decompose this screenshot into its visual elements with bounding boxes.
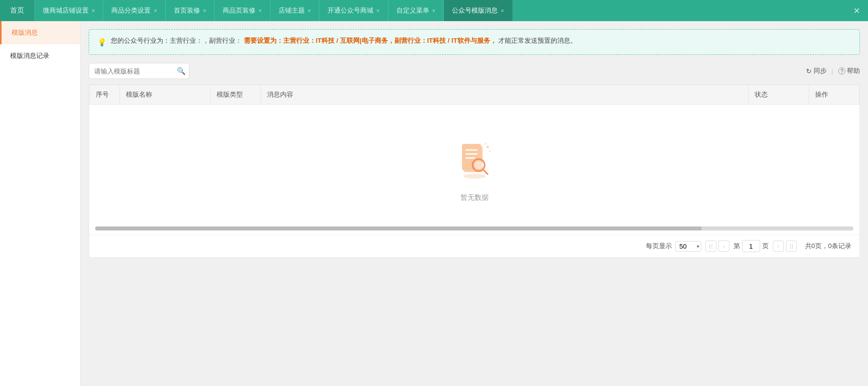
- empty-state: 暂无数据: [89, 105, 859, 222]
- svg-line-8: [483, 170, 488, 174]
- nav-tab-7[interactable]: 自定义菜单 ×: [388, 0, 444, 21]
- page-nav-btns-next: › ⟩⟩: [773, 241, 797, 252]
- notice-highlight: 需要设置为：主营行业：IT科技 / 互联网|电子商务，副营行业：IT科技 / I…: [244, 37, 497, 44]
- nav-tab-close-1[interactable]: ×: [92, 8, 95, 14]
- page-size-wrap: 每页显示 10 20 50 100 ▾: [646, 241, 701, 252]
- total-text: 共0页，0条记录: [805, 242, 851, 251]
- nav-tab-close-2[interactable]: ×: [154, 8, 157, 14]
- nav-tab-0[interactable]: 首页: [0, 0, 35, 21]
- main-content: 💡 您的公众号行业为：主营行业：，副营行业： 需要设置为：主营行业：IT科技 /…: [81, 21, 868, 386]
- col-header-消息内容: 消息内容: [261, 85, 749, 105]
- notice-icon: 💡: [97, 36, 107, 48]
- search-input-wrap: 🔍: [89, 63, 189, 79]
- nav-tab-3[interactable]: 首页装修 ×: [166, 0, 215, 21]
- nav-tab-close-8[interactable]: ×: [501, 8, 504, 14]
- empty-illustration: [449, 135, 500, 185]
- svg-point-11: [485, 143, 487, 145]
- scrollbar-track[interactable]: [95, 226, 853, 230]
- last-page-button[interactable]: ⟩⟩: [786, 241, 797, 252]
- per-page-label: 每页显示: [646, 242, 672, 251]
- col-header-模版名称: 模版名称: [120, 85, 211, 105]
- page-size-container: 10 20 50 100 ▾: [675, 241, 701, 252]
- prev-page-button[interactable]: ‹: [718, 241, 729, 252]
- col-header-序号: 序号: [90, 85, 120, 105]
- pagination: 每页显示 10 20 50 100 ▾ ⟨⟨ ‹: [89, 235, 859, 257]
- sync-label: 同步: [814, 66, 827, 75]
- nav-tab-label-4: 商品页装修: [223, 6, 255, 15]
- nav-tab-label-6: 开通公众号商城: [327, 6, 373, 15]
- col-header-操作: 操作: [809, 85, 859, 105]
- col-header-模版类型: 模版类型: [211, 85, 261, 105]
- scrollbar-area[interactable]: [89, 222, 859, 235]
- page-label: 第: [733, 242, 740, 251]
- search-bar: 🔍 ↻ 同步 | ? 帮助: [89, 63, 860, 79]
- svg-point-7: [475, 161, 483, 169]
- scrollbar-thumb[interactable]: [95, 226, 702, 230]
- help-button[interactable]: ? 帮助: [838, 66, 860, 75]
- nav-tab-1[interactable]: 微商城店铺设置 ×: [35, 0, 103, 21]
- data-table: 序号模版名称模版类型消息内容状态操作: [89, 85, 859, 105]
- empty-text: 暂无数据: [460, 193, 489, 202]
- page-current-wrap: 第 页: [733, 240, 769, 252]
- close-all-button[interactable]: ✕: [845, 6, 868, 16]
- help-icon: ?: [838, 67, 845, 74]
- nav-tab-close-4[interactable]: ×: [258, 8, 261, 14]
- col-header-状态: 状态: [749, 85, 809, 105]
- nav-tab-close-5[interactable]: ×: [308, 8, 311, 14]
- first-page-button[interactable]: ⟨⟨: [705, 241, 716, 252]
- sidebar-item-1[interactable]: 模版消息记录: [0, 44, 80, 67]
- search-left: 🔍: [89, 63, 189, 79]
- search-right: ↻ 同步 | ? 帮助: [806, 66, 860, 75]
- svg-point-0: [463, 174, 486, 179]
- next-page-button[interactable]: ›: [773, 241, 784, 252]
- nav-tab-close-7[interactable]: ×: [432, 8, 435, 14]
- svg-point-10: [489, 150, 490, 152]
- nav-tab-6[interactable]: 开通公众号商城 ×: [319, 0, 388, 21]
- nav-tab-label-8: 公众号模版消息: [452, 6, 498, 15]
- top-nav: 首页微商城店铺设置 ×商品分类设置 ×首页装修 ×商品页装修 ×店铺主题 ×开通…: [0, 0, 868, 21]
- nav-tab-label-0: 首页: [10, 6, 24, 15]
- table-container: 序号模版名称模版类型消息内容状态操作: [89, 84, 860, 258]
- nav-tab-label-2: 商品分类设置: [111, 6, 151, 15]
- page-input[interactable]: [742, 240, 760, 252]
- svg-point-9: [486, 146, 489, 148]
- help-label: 帮助: [847, 66, 860, 75]
- page-nav-btns: ⟨⟨ ‹: [705, 241, 729, 252]
- search-icon[interactable]: 🔍: [177, 67, 185, 75]
- notice-text: 您的公众号行业为：主营行业：，副营行业： 需要设置为：主营行业：IT科技 / 互…: [111, 36, 577, 46]
- notice-box: 💡 您的公众号行业为：主营行业：，副营行业： 需要设置为：主营行业：IT科技 /…: [89, 29, 860, 55]
- nav-tab-label-1: 微商城店铺设置: [43, 6, 89, 15]
- nav-tab-5[interactable]: 店铺主题 ×: [271, 0, 319, 21]
- sync-button[interactable]: ↻ 同步: [806, 66, 827, 75]
- nav-tab-label-5: 店铺主题: [279, 6, 305, 15]
- page-size-select[interactable]: 10 20 50 100: [675, 241, 701, 252]
- sidebar: 模版消息模版消息记录: [0, 21, 81, 386]
- page-unit: 页: [762, 242, 769, 251]
- nav-tab-close-3[interactable]: ×: [203, 8, 206, 14]
- nav-tab-close-6[interactable]: ×: [376, 8, 379, 14]
- sync-icon: ↻: [806, 67, 812, 75]
- nav-tab-8[interactable]: 公众号模版消息 ×: [444, 0, 512, 21]
- divider: |: [832, 67, 833, 75]
- nav-tab-2[interactable]: 商品分类设置 ×: [103, 0, 165, 21]
- nav-tab-label-3: 首页装修: [174, 6, 200, 15]
- sidebar-item-0[interactable]: 模版消息: [0, 21, 80, 44]
- main-layout: 模版消息模版消息记录 💡 您的公众号行业为：主营行业：，副营行业： 需要设置为：…: [0, 21, 868, 386]
- nav-tab-label-7: 自定义菜单: [396, 6, 429, 15]
- nav-tab-4[interactable]: 商品页装修 ×: [215, 0, 270, 21]
- search-input[interactable]: [89, 63, 189, 79]
